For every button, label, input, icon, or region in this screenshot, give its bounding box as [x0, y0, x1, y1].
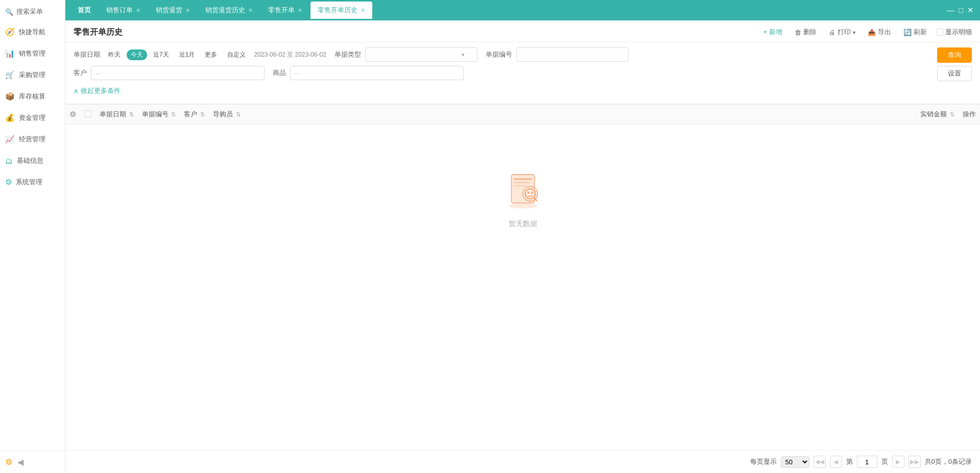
tab-sales-order[interactable]: 销售订单 ✕	[99, 2, 148, 19]
sidebar-item-label: 经营管理	[19, 135, 45, 144]
filter-area: 单据日期 昨天 今天 近7天 近1月 更多 自定义 2023-06-02 至 2…	[65, 42, 980, 104]
sidebar-item-system[interactable]: ⚙ 系统管理	[0, 171, 65, 193]
page-size-select[interactable]: 50 10 20 100	[781, 456, 809, 468]
refresh-icon: 🔄	[903, 29, 912, 36]
maximize-btn[interactable]: □	[959, 6, 963, 15]
sidebar-item-quick-nav[interactable]: 🧭 快捷导航	[0, 21, 65, 43]
settings-bottom-icon[interactable]: ⚙	[5, 457, 12, 467]
page-label-after: 页	[881, 457, 888, 466]
collapse-sidebar-icon[interactable]: ◀	[17, 457, 23, 467]
th-no[interactable]: 单据编号 ⇅	[138, 105, 180, 125]
collapse-icon: ∧	[74, 87, 79, 95]
th-date-label: 单据日期	[100, 110, 126, 118]
th-action: 操作	[959, 105, 980, 125]
sidebar-item-label: 快捷导航	[19, 28, 45, 37]
filter-action-buttons: 查询 设置	[937, 47, 972, 81]
setting-button[interactable]: 设置	[937, 66, 972, 81]
sidebar-item-basic-info[interactable]: 🗂 基础信息	[0, 150, 65, 171]
date-btn-1month[interactable]: 近1月	[175, 49, 199, 60]
date-label: 单据日期	[74, 50, 100, 59]
tab-sales-return-history-close[interactable]: ✕	[248, 7, 253, 14]
date-btn-more[interactable]: 更多	[201, 49, 221, 60]
add-button[interactable]: + 新增	[760, 26, 785, 39]
empty-state: 暂无数据	[65, 125, 980, 249]
tab-sales-return-history[interactable]: 销货退货历史 ✕	[198, 2, 260, 19]
sidebar-nav: 🧭 快捷导航 📊 销售管理 🛒 采购管理 📦 库存核算 💰 资金管理 📈 经营管…	[0, 21, 65, 451]
operations-icon: 📈	[5, 135, 15, 144]
data-table: ⚙ 单据日期 ⇅ 单据编号 ⇅	[65, 104, 980, 125]
current-page-input[interactable]	[857, 456, 877, 468]
sidebar-item-purchase-mgmt[interactable]: 🛒 采购管理	[0, 64, 65, 86]
th-date[interactable]: 单据日期 ⇅	[95, 105, 138, 125]
th-salesperson[interactable]: 导购员 ⇅	[209, 105, 245, 125]
th-checkbox	[80, 105, 95, 125]
sidebar-item-inventory[interactable]: 📦 库存核算	[0, 86, 65, 107]
tab-retail-history-close[interactable]: ✕	[361, 7, 365, 14]
collapse-label: 收起更多条件	[81, 86, 121, 95]
export-icon: 📤	[868, 29, 876, 36]
show-detail-checkbox-group[interactable]: 显示明细	[936, 28, 972, 37]
next-page-btn[interactable]: ▶	[892, 456, 904, 468]
quick-nav-icon: 🧭	[5, 28, 15, 37]
add-label: + 新增	[763, 28, 782, 37]
filter-collapse-row: ∧ 收起更多条件	[74, 84, 929, 95]
select-all-checkbox[interactable]	[84, 110, 91, 117]
tab-retail-history[interactable]: 零售开单历史 ✕	[310, 2, 372, 19]
order-type-select[interactable]: ▾	[365, 47, 477, 62]
customer-input[interactable]: ···	[91, 66, 265, 80]
tab-sales-return-close[interactable]: ✕	[185, 7, 190, 14]
sidebar-search[interactable]: 🔍 搜索采单	[0, 0, 65, 21]
filter-group-customer: 客户 ···	[74, 66, 265, 80]
system-icon: ⚙	[5, 178, 12, 187]
sidebar-item-operations[interactable]: 📈 经营管理	[0, 129, 65, 150]
th-amount[interactable]: 实销金额 ⇅	[916, 105, 959, 125]
page-label-before: 第	[846, 457, 853, 466]
tab-retail-open-label: 零售开单	[268, 6, 295, 15]
filter-row-1: 单据日期 昨天 今天 近7天 近1月 更多 自定义 2023-06-02 至 2…	[74, 47, 929, 62]
date-btn-7days[interactable]: 近7天	[149, 49, 173, 60]
sidebar-item-finance[interactable]: 💰 资金管理	[0, 107, 65, 129]
print-icon: 🖨	[829, 29, 835, 36]
th-no-sort-icon: ⇅	[171, 111, 176, 117]
last-page-btn[interactable]: ▶▶	[909, 456, 921, 468]
svg-rect-4	[514, 185, 527, 187]
close-btn[interactable]: ✕	[967, 6, 974, 15]
date-btn-custom[interactable]: 自定义	[223, 49, 250, 60]
empty-illustration	[500, 165, 546, 211]
table-settings-btn[interactable]: ⚙	[69, 110, 76, 119]
goods-input[interactable]: ···	[290, 66, 464, 80]
print-label: 打印	[838, 28, 851, 37]
empty-text: 暂无数据	[509, 219, 537, 229]
tab-sales-return[interactable]: 销货退货 ✕	[149, 2, 197, 19]
delete-button[interactable]: 🗑 删除	[792, 26, 820, 39]
goods-label: 商品	[273, 68, 286, 78]
th-salesperson-sort-icon: ⇅	[236, 111, 241, 117]
tab-home[interactable]: 首页	[70, 2, 98, 19]
first-page-btn[interactable]: ◀◀	[814, 456, 826, 468]
show-detail-checkbox[interactable]	[936, 29, 943, 36]
tab-sales-order-label: 销售订单	[106, 6, 133, 15]
tab-retail-open[interactable]: 零售开单 ✕	[261, 2, 309, 19]
sidebar-search-label: 搜索采单	[16, 7, 43, 16]
tab-retail-open-close[interactable]: ✕	[298, 7, 302, 14]
sidebar-item-label: 销售管理	[19, 49, 45, 58]
content-area: 零售开单历史 + 新增 🗑 删除 🖨 打印 ▾ 📤 导出	[65, 20, 980, 473]
th-customer-sort-icon: ⇅	[200, 111, 205, 117]
minimize-btn[interactable]: —	[947, 6, 954, 15]
tab-sales-order-close[interactable]: ✕	[136, 7, 140, 14]
order-no-input[interactable]	[516, 47, 629, 62]
svg-point-0	[509, 203, 537, 209]
date-btn-yesterday[interactable]: 昨天	[104, 49, 125, 60]
th-date-sort-icon: ⇅	[129, 111, 134, 117]
th-customer[interactable]: 客户 ⇅	[180, 105, 209, 125]
collapse-btn[interactable]: ∧ 收起更多条件	[74, 86, 121, 95]
delete-icon: 🗑	[795, 29, 801, 36]
prev-page-btn[interactable]: ◀	[830, 456, 842, 468]
sidebar-item-sales-mgmt[interactable]: 📊 销售管理	[0, 43, 65, 64]
query-button[interactable]: 查询	[937, 47, 972, 63]
export-button[interactable]: 📤 导出	[865, 26, 894, 39]
print-button[interactable]: 🖨 打印 ▾	[826, 26, 858, 39]
refresh-button[interactable]: 🔄 刷新	[900, 26, 930, 39]
date-btn-today[interactable]: 今天	[127, 49, 147, 60]
th-spacer	[245, 105, 917, 125]
